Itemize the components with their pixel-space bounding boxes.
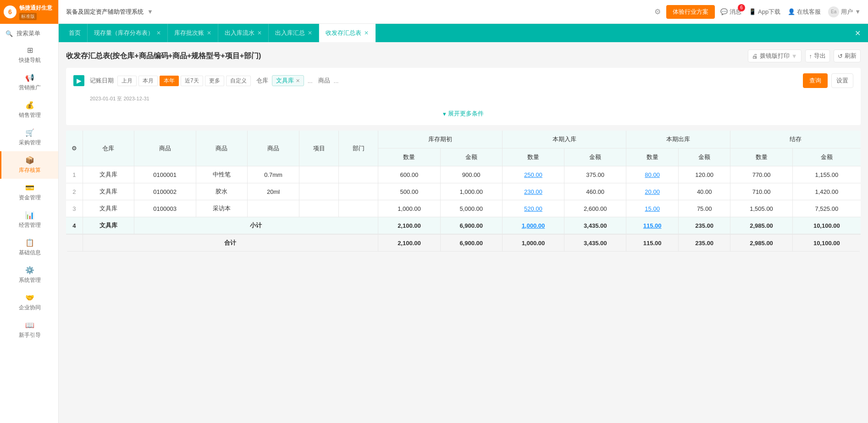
tab-batch[interactable]: 库存批次账 ✕ (168, 24, 218, 42)
goods-filter-label: 商品 (318, 77, 330, 85)
warehouse-more-btn[interactable]: ... (308, 77, 313, 84)
tab-stock-dist-close[interactable]: ✕ (156, 30, 161, 36)
sidebar: 6 畅捷通好生意 标准版 🔍 搜索菜单 ⊞ 快捷导航 📢 营销推广 💰 销售管理… (0, 0, 59, 423)
row-in-qty[interactable]: 520.00 (502, 200, 564, 217)
row-out-qty[interactable]: 80.00 (626, 166, 679, 183)
subtotal-in-qty[interactable]: 1,000.00 (502, 217, 564, 235)
data-table: ⚙ 仓库 商品 商品 商品 项目 部门 库存期初 本期入库 本期出库 结存 数量 (66, 131, 861, 252)
col-out-qty-header: 数量 (626, 148, 679, 166)
sidebar-item-inventory[interactable]: 📦 库存核算 (0, 151, 58, 179)
tab-stock-dist-label: 现存量（库存分布表） (94, 29, 154, 37)
row-out-amt: 75.00 (678, 200, 730, 217)
sidebar-item-quick-nav[interactable]: ⊞ 快捷导航 (0, 41, 58, 69)
goods-filter-group: 商品 ... (318, 77, 339, 85)
tab-in-out-summary-close[interactable]: ✕ (308, 30, 312, 36)
row-dept (339, 166, 378, 183)
tab-receive-summary[interactable]: 收发存汇总表 ✕ (319, 24, 376, 42)
user-menu[interactable]: Ea 用户 ▼ (828, 6, 861, 17)
row-bal-amt: 1,155.00 (792, 166, 861, 183)
sidebar-item-assets[interactable]: 💳 资金管理 (0, 179, 58, 206)
subtotal-out-qty[interactable]: 115.00 (626, 217, 679, 235)
footer-label: 合计 (83, 234, 378, 252)
row-init-amt: 1,000.00 (440, 183, 502, 200)
export-button[interactable]: ↑ 导出 (805, 49, 830, 62)
messages-badge[interactable]: 💬 消息 6 (720, 8, 741, 16)
goods-more-btn[interactable]: ... (334, 77, 339, 84)
sidebar-item-basic[interactable]: 📋 基础信息 (0, 234, 58, 261)
row-in-qty[interactable]: 250.00 (502, 166, 564, 183)
tabs-close-all-btn[interactable]: ✕ (851, 29, 864, 38)
sidebar-item-system[interactable]: ⚙️ 系统管理 (0, 261, 58, 289)
tab-batch-label: 库存批次账 (174, 29, 204, 37)
filter-bar: ▶ 记账日期 上月 本月 本年 近7天 更多 自定义 仓库 文具库 ✕ ... (66, 68, 861, 125)
tab-in-out-flow-label: 出入库流水 (225, 29, 254, 37)
online-service-btn[interactable]: 👤 在线客服 (788, 8, 821, 16)
tab-batch-close[interactable]: ✕ (207, 30, 211, 36)
date-filter-group: 记账日期 上月 本月 本年 近7天 更多 自定义 (90, 76, 251, 86)
row-out-qty[interactable]: 20.00 (626, 183, 679, 200)
filter-expand-arrow[interactable]: ▶ (73, 75, 84, 86)
col-settings-btn[interactable]: ⚙ (66, 131, 83, 166)
tab-in-out-flow-close[interactable]: ✕ (257, 30, 262, 36)
tab-in-out-summary[interactable]: 出入库汇总 ✕ (269, 24, 319, 42)
date-btn-this-year[interactable]: 本年 (160, 76, 179, 86)
row-bal-amt: 7,525.00 (792, 200, 861, 217)
service-icon: 👤 (788, 8, 795, 15)
search-menu-item[interactable]: 🔍 搜索菜单 (0, 26, 58, 41)
query-button[interactable]: 查询 (803, 73, 828, 88)
sidebar-item-guide[interactable]: 📖 新手引导 (0, 316, 58, 344)
col-code-header: 商品 (134, 131, 196, 166)
subtotal-bal-amt: 10,100.00 (792, 217, 861, 235)
col-out-amt-header: 金额 (678, 148, 730, 166)
date-range-text: 2023-01-01 至 2023-12-31 (90, 95, 149, 102)
sidebar-item-marketing[interactable]: 📢 营销推广 (0, 69, 58, 96)
print-icon: 🖨 (752, 53, 758, 60)
export-icon: ↑ (809, 53, 813, 60)
assets-icon: 💳 (25, 183, 34, 192)
edition-badge: 标准版 (19, 13, 37, 20)
col-balance-header: 结存 (730, 131, 861, 148)
app-logo: 6 畅捷通好生意 标准版 (0, 0, 58, 24)
app-download-btn[interactable]: 📱 App下载 (749, 8, 780, 16)
date-btn-custom[interactable]: 自定义 (226, 76, 251, 86)
tab-in-out-flow[interactable]: 出入库流水 ✕ (218, 24, 269, 42)
row-dept (339, 200, 378, 217)
subtotal-label: 小计 (134, 217, 378, 235)
warehouse-tag-close-icon[interactable]: ✕ (296, 78, 300, 84)
sidebar-item-purchase[interactable]: 🛒 采购管理 (0, 124, 58, 151)
tab-receive-summary-close[interactable]: ✕ (364, 30, 369, 36)
sidebar-item-operations-label: 经营管理 (19, 221, 41, 229)
table-footer-row: 合计 2,100.00 6,900.00 1,000.00 3,435.00 1… (66, 234, 861, 252)
date-btn-last-month[interactable]: 上月 (117, 76, 137, 86)
col-bal-amt-header: 金额 (792, 148, 861, 166)
tab-stock-dist[interactable]: 现存量（库存分布表） ✕ (88, 24, 168, 42)
col-init-qty-header: 数量 (378, 148, 440, 166)
row-name: 胶水 (196, 183, 247, 200)
print-button[interactable]: 🖨 拨镜版打印 ▼ (748, 49, 802, 62)
trial-button[interactable]: 体验行业方案 (666, 5, 715, 19)
expand-conditions-btn[interactable]: ▾ 展开更多条件 (443, 110, 484, 118)
sidebar-item-operations[interactable]: 📊 经营管理 (0, 206, 58, 234)
row-project (299, 183, 339, 200)
messages-count: 6 (738, 4, 745, 11)
row-in-qty[interactable]: 230.00 (502, 183, 564, 200)
topbar: 装备及固定资产辅助管理系统 ▼ ⚙ 体验行业方案 💬 消息 6 📱 App下载 … (59, 0, 868, 24)
sidebar-item-purchase-label: 采购管理 (19, 139, 41, 147)
tab-home[interactable]: 首页 (62, 24, 88, 42)
sidebar-item-assets-label: 资金管理 (19, 194, 41, 202)
basic-icon: 📋 (25, 238, 34, 247)
page-header: 收发存汇总表(按仓库+商品编码+商品+规格型号+项目+部门) 🖨 拨镜版打印 ▼… (66, 49, 861, 62)
date-btn-more[interactable]: 更多 (205, 76, 224, 86)
date-btn-7days[interactable]: 近7天 (181, 76, 203, 86)
settings-button[interactable]: 设置 (831, 73, 853, 88)
logo-text-block: 畅捷通好生意 标准版 (19, 4, 52, 20)
sidebar-item-coop[interactable]: 🤝 企业协同 (0, 289, 58, 316)
tab-receive-summary-label: 收发存汇总表 (326, 29, 361, 37)
settings-gear-icon[interactable]: ⚙ (654, 7, 661, 16)
refresh-button[interactable]: ↺ 刷新 (834, 49, 861, 62)
row-bal-amt: 1,420.00 (792, 183, 861, 200)
sidebar-item-sales[interactable]: 💰 销售管理 (0, 96, 58, 124)
row-out-qty[interactable]: 15.00 (626, 200, 679, 217)
expand-icon: ▾ (443, 110, 446, 117)
date-btn-this-month[interactable]: 本月 (138, 76, 158, 86)
